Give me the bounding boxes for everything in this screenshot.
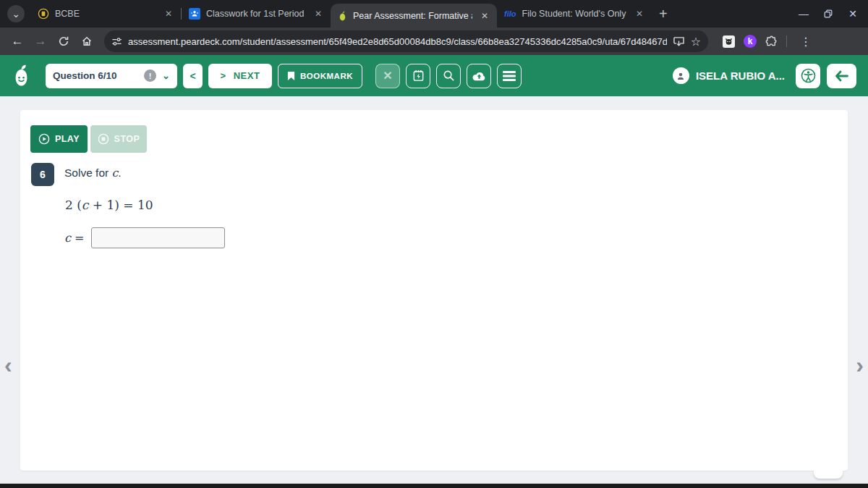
answer-variable: c bbox=[64, 231, 71, 245]
tab-bcbe[interactable]: BCBE ✕ bbox=[30, 0, 181, 28]
question-number-badge: 6 bbox=[31, 163, 54, 186]
url-text[interactable]: assessment.peardeck.com/student/assessme… bbox=[128, 36, 667, 47]
tab-close-icon[interactable]: ✕ bbox=[312, 7, 325, 20]
forward-icon[interactable]: → bbox=[30, 31, 51, 51]
answer-equals: = bbox=[71, 231, 85, 245]
prompt-text: Solve for bbox=[64, 167, 111, 179]
toolbar-right-group: ISELA RUBIO A... bbox=[673, 64, 856, 88]
previous-question-button[interactable]: < bbox=[183, 64, 203, 88]
reload-icon[interactable] bbox=[54, 31, 74, 51]
tab-title: BCBE bbox=[55, 9, 156, 19]
window-controls: — ✕ bbox=[793, 0, 864, 28]
prompt-variable: c bbox=[111, 167, 118, 180]
avatar bbox=[673, 67, 689, 84]
next-question-button[interactable]: > NEXT bbox=[208, 64, 272, 88]
pear-deck-logo-icon bbox=[12, 64, 31, 88]
extensions-area: k ⋮ bbox=[715, 35, 819, 49]
notepad-lightning-icon bbox=[412, 69, 425, 83]
question-selector[interactable]: Question 6/10 ! ⌄ bbox=[46, 64, 177, 88]
back-icon[interactable]: ← bbox=[7, 31, 27, 51]
screen-bottom-edge bbox=[0, 484, 868, 488]
new-tab-button[interactable]: + bbox=[652, 6, 675, 22]
close-window-button[interactable]: ✕ bbox=[842, 3, 864, 25]
tab-title: Classwork for 1st Period - Barn bbox=[206, 9, 306, 19]
alert-icon: ! bbox=[144, 70, 156, 82]
x-icon: ✕ bbox=[383, 69, 392, 83]
site-info-icon[interactable] bbox=[111, 36, 122, 47]
accessibility-icon bbox=[801, 68, 816, 83]
filo-logo-icon: filo bbox=[504, 9, 516, 18]
hamburger-icon bbox=[503, 71, 516, 81]
bookmark-label: BOOKMARK bbox=[300, 72, 353, 80]
content-stage: PLAY STOP 6 Solve for c. 2 (c + 1) = 10 … bbox=[0, 96, 868, 484]
tab-title: Filo Student: World's Only Live bbox=[522, 9, 627, 19]
extension-mascot-icon[interactable] bbox=[723, 35, 735, 48]
next-slide-arrow[interactable]: › bbox=[856, 353, 864, 376]
menu-lines-button[interactable] bbox=[497, 64, 522, 88]
toolbar-separator bbox=[786, 35, 787, 47]
bookmark-flag-icon bbox=[287, 71, 295, 81]
home-icon[interactable] bbox=[77, 31, 97, 51]
question-selector-label: Question 6/10 bbox=[53, 70, 138, 81]
tab-search-button[interactable]: ⌄ bbox=[7, 5, 25, 22]
prev-slide-arrow[interactable]: ‹ bbox=[4, 353, 12, 376]
play-audio-button[interactable]: PLAY bbox=[30, 125, 88, 153]
tab-title: Pear Assessment: Formative an bbox=[353, 11, 472, 21]
scratchpad-button[interactable] bbox=[406, 64, 430, 88]
exit-button[interactable] bbox=[827, 64, 856, 88]
question-card: PLAY STOP 6 Solve for c. 2 (c + 1) = 10 … bbox=[20, 110, 848, 471]
chevron-right-icon: > bbox=[221, 70, 226, 81]
chevron-down-icon: ⌄ bbox=[12, 8, 20, 20]
install-app-icon[interactable] bbox=[673, 36, 685, 47]
cloud-upload-icon bbox=[472, 70, 487, 82]
equation-variable: c bbox=[82, 198, 89, 212]
play-label: PLAY bbox=[55, 134, 80, 144]
google-classroom-icon bbox=[189, 8, 200, 20]
pear-toolbar: Question 6/10 ! ⌄ < > NEXT BOOKMARK ✕ bbox=[0, 55, 868, 96]
play-icon bbox=[38, 133, 50, 145]
tab-filo[interactable]: filo Filo Student: World's Only Live ✕ bbox=[497, 0, 652, 28]
tab-close-icon[interactable]: ✕ bbox=[162, 7, 175, 20]
answer-row: c = bbox=[64, 227, 225, 248]
stop-label: STOP bbox=[114, 134, 140, 144]
arrow-left-icon bbox=[835, 70, 849, 82]
tab-classwork[interactable]: Classwork for 1st Period - Barn ✕ bbox=[182, 0, 331, 28]
tab-strip: ⌄ BCBE ✕ Classwork for 1st Period - Barn… bbox=[0, 0, 868, 28]
equation-post: + 1) = 10 bbox=[88, 198, 153, 212]
omnibox[interactable]: assessment.peardeck.com/student/assessme… bbox=[104, 30, 708, 52]
chevron-down-icon: ⌄ bbox=[162, 70, 170, 81]
tab-close-icon[interactable]: ✕ bbox=[478, 9, 491, 22]
student-name: ISELA RUBIO A... bbox=[696, 70, 785, 82]
prompt-period: . bbox=[118, 167, 121, 179]
clear-button-disabled: ✕ bbox=[375, 64, 400, 88]
magnifier-button[interactable] bbox=[436, 64, 461, 88]
answer-label: c = bbox=[64, 231, 84, 245]
question-prompt: Solve for c. bbox=[64, 167, 121, 180]
stop-icon bbox=[98, 133, 109, 145]
answer-input[interactable] bbox=[91, 227, 225, 248]
kami-extension-icon[interactable]: k bbox=[744, 35, 757, 48]
address-bar: ← → assessment.peardeck.com/student/asse… bbox=[0, 28, 868, 55]
chrome-menu-icon[interactable]: ⋮ bbox=[796, 35, 816, 49]
equation-pre: 2 ( bbox=[65, 198, 82, 212]
minimize-button[interactable]: — bbox=[793, 3, 814, 25]
browser-window: ⌄ BCBE ✕ Classwork for 1st Period - Barn… bbox=[0, 0, 868, 488]
pear-favicon-icon bbox=[338, 10, 347, 22]
bookmark-button[interactable]: BOOKMARK bbox=[278, 64, 362, 88]
equation: 2 (c + 1) = 10 bbox=[65, 198, 153, 212]
next-label: NEXT bbox=[234, 70, 260, 81]
restore-button[interactable] bbox=[817, 3, 839, 25]
magnifier-icon bbox=[442, 69, 456, 83]
bookmark-star-icon[interactable]: ☆ bbox=[691, 35, 701, 49]
bcbe-favicon-icon bbox=[38, 8, 49, 20]
cloud-upload-button[interactable] bbox=[467, 64, 491, 88]
extensions-puzzle-icon[interactable] bbox=[765, 35, 778, 48]
tab-close-icon[interactable]: ✕ bbox=[633, 7, 646, 20]
stop-audio-button-disabled: STOP bbox=[90, 125, 147, 153]
tab-pear-assessment-active[interactable]: Pear Assessment: Formative an ✕ bbox=[331, 4, 497, 28]
accessibility-button[interactable] bbox=[796, 64, 820, 88]
bottom-drawer-handle[interactable] bbox=[814, 471, 843, 479]
